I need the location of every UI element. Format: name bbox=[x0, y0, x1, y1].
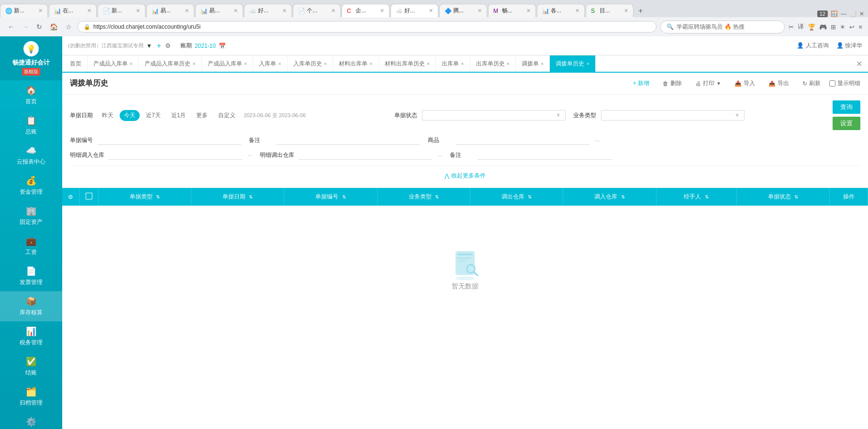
tab-close-8[interactable]: ✕ bbox=[377, 8, 384, 14]
tab-inbound[interactable]: 入库单 × bbox=[253, 55, 287, 72]
tab-close-11[interactable]: ✕ bbox=[523, 8, 531, 14]
undo-icon[interactable]: ↩ bbox=[849, 23, 855, 31]
tab-close-6[interactable]: ✕ bbox=[279, 8, 287, 14]
company-selector[interactable]: (勿删勿禁用）江西服宝测试专用 ▼ bbox=[68, 42, 152, 49]
date-7days-btn[interactable]: 近7天 bbox=[142, 110, 165, 121]
tab-close-12[interactable]: ✕ bbox=[572, 8, 579, 14]
date-1month-btn[interactable]: 近1月 bbox=[167, 110, 190, 121]
tab-product-in[interactable]: 产成品入库单 × bbox=[88, 55, 139, 72]
header-checkbox[interactable] bbox=[86, 193, 92, 199]
tab-transfer-close[interactable]: × bbox=[541, 61, 544, 66]
gear-col-icon[interactable]: ⚙ bbox=[68, 194, 73, 200]
tab-product-in2-close[interactable]: × bbox=[244, 61, 247, 66]
import-button[interactable]: 📥 导入 bbox=[730, 77, 760, 89]
sidebar-item-invoice[interactable]: 📄 发票管理 bbox=[0, 261, 62, 291]
sort-out-warehouse-icon[interactable]: ⇅ bbox=[528, 194, 532, 199]
date-today-btn[interactable]: 今天 bbox=[120, 110, 140, 121]
th-out-warehouse[interactable]: 调出仓库 ⇅ bbox=[470, 188, 563, 206]
home-button[interactable]: 🏠 bbox=[48, 22, 60, 32]
tab-outbound-history-close[interactable]: × bbox=[507, 61, 510, 66]
sidebar-item-ledger[interactable]: 📋 总账 bbox=[0, 110, 62, 141]
remark-filter-input[interactable] bbox=[277, 136, 420, 145]
docnum-filter-input[interactable] bbox=[98, 136, 241, 145]
minimize-icon[interactable]: — bbox=[841, 11, 846, 17]
new-button[interactable]: + 新增 bbox=[628, 77, 654, 89]
tab-close-7[interactable]: ✕ bbox=[328, 8, 335, 14]
tab-close-13[interactable]: ✕ bbox=[621, 8, 628, 14]
tab-transfer-history-close[interactable]: × bbox=[586, 61, 589, 66]
tab-product-in-history[interactable]: 产成品入库单历史 × bbox=[139, 55, 201, 72]
remark2-filter-input[interactable] bbox=[478, 151, 612, 160]
bookmark-button[interactable]: ☆ bbox=[64, 22, 74, 32]
tab-home[interactable]: 首页 bbox=[64, 55, 88, 72]
sun-icon[interactable]: ☀ bbox=[840, 23, 846, 31]
date-yesterday-btn[interactable]: 昨天 bbox=[98, 110, 118, 121]
setting-button[interactable]: 设置 bbox=[833, 117, 860, 130]
detail-in-more-icon[interactable]: ··· bbox=[248, 153, 252, 158]
query-button[interactable]: 查询 bbox=[833, 100, 860, 114]
consultant-button[interactable]: 👤 人工咨询 bbox=[797, 42, 828, 50]
sidebar-item-payroll[interactable]: 💼 工资 bbox=[0, 231, 62, 261]
tab-close-9[interactable]: ✕ bbox=[426, 8, 433, 14]
tab-close-3[interactable]: ✕ bbox=[133, 8, 140, 14]
show-cols-toggle[interactable]: 显示明细 bbox=[829, 79, 860, 88]
tab-outbound[interactable]: 出库单 × bbox=[436, 55, 470, 72]
detail-out-more-icon[interactable]: ··· bbox=[438, 153, 442, 158]
sort-doc-date-icon[interactable]: ⇅ bbox=[249, 194, 253, 199]
browser-tab-5[interactable]: 📊 易... ✕ bbox=[195, 4, 243, 17]
user-avatar[interactable]: 👤 徐泽华 bbox=[836, 42, 862, 50]
delete-button[interactable]: 🗑 删除 bbox=[658, 77, 687, 89]
sort-handler-icon[interactable]: ⇅ bbox=[705, 194, 709, 199]
extensions-icon[interactable]: ✂ bbox=[789, 23, 794, 31]
refresh-button-main[interactable]: ↻ 刷新 bbox=[798, 77, 825, 89]
sidebar-item-inventory[interactable]: 📦 库存核算 bbox=[0, 291, 62, 321]
tab-product-in2[interactable]: 产成品入库单 × bbox=[202, 55, 253, 72]
tab-close-10[interactable]: ✕ bbox=[475, 8, 482, 14]
th-checkbox[interactable] bbox=[79, 188, 98, 206]
browser-tab-9[interactable]: ☁️ 好... ✕ bbox=[390, 4, 438, 17]
back-button[interactable]: ← bbox=[6, 22, 16, 32]
browser-tab-13[interactable]: S 目... ✕ bbox=[586, 4, 634, 17]
print-button[interactable]: 🖨 打印 ▼ bbox=[690, 77, 726, 89]
tab-material-out-history[interactable]: 材料出库单历史 × bbox=[379, 55, 436, 72]
new-tab-button[interactable]: + bbox=[634, 5, 646, 17]
tab-product-in-history-close[interactable]: × bbox=[192, 61, 195, 66]
tab-inbound-close[interactable]: × bbox=[278, 61, 281, 66]
browser-tab-11[interactable]: M 畅... ✕ bbox=[488, 4, 536, 17]
date-more-btn[interactable]: 更多 bbox=[192, 110, 212, 121]
menu-icon[interactable]: ≡ bbox=[858, 23, 862, 31]
goods-more-icon[interactable]: ··· bbox=[595, 138, 600, 143]
collapse-button[interactable]: ⋀ 收起更多条件 bbox=[437, 170, 493, 182]
browser-tab-10[interactable]: 🔷 腾... ✕ bbox=[439, 4, 487, 17]
forward-button[interactable]: → bbox=[20, 22, 31, 32]
tab-inbound-history-close[interactable]: × bbox=[324, 61, 327, 66]
browser-tab-8[interactable]: C 企... ✕ bbox=[342, 4, 389, 17]
refresh-button[interactable]: ↻ bbox=[34, 22, 44, 32]
print-dropdown-icon[interactable]: ▼ bbox=[716, 81, 721, 86]
sidebar-item-tax[interactable]: 📊 税务管理 bbox=[0, 321, 62, 352]
browser-tab-2[interactable]: 📊 在... ✕ bbox=[49, 4, 97, 17]
export-button[interactable]: 📤 导出 bbox=[764, 77, 794, 89]
th-handler[interactable]: 经手人 ⇅ bbox=[656, 188, 736, 206]
sidebar-item-assets[interactable]: 🏢 固定资产 bbox=[0, 201, 62, 231]
tab-outbound-history[interactable]: 出库单历史 × bbox=[470, 55, 516, 72]
add-account-button[interactable]: + bbox=[157, 42, 161, 50]
show-cols-checkbox[interactable] bbox=[829, 80, 835, 87]
detail-out-filter-input[interactable] bbox=[298, 151, 432, 160]
sidebar-item-closing[interactable]: ✅ 结账 bbox=[0, 352, 62, 382]
browser-tab-3[interactable]: 📄 新... ✕ bbox=[98, 4, 145, 17]
grid-icon[interactable]: ⊞ bbox=[831, 23, 836, 31]
th-biz-type[interactable]: 业务类型 ⇅ bbox=[377, 188, 470, 206]
date-custom-btn[interactable]: 自定义 bbox=[214, 110, 240, 121]
sort-in-warehouse-icon[interactable]: ⇅ bbox=[621, 194, 625, 199]
tab-material-out-history-close[interactable]: × bbox=[427, 61, 430, 66]
th-in-warehouse[interactable]: 调入仓库 ⇅ bbox=[563, 188, 656, 206]
tab-outbound-close[interactable]: × bbox=[461, 61, 464, 66]
window-icon[interactable]: 🪟 bbox=[831, 11, 838, 17]
sort-biz-type-icon[interactable]: ⇅ bbox=[435, 194, 439, 199]
gear-settings-icon[interactable]: ⚙ bbox=[165, 42, 171, 49]
browser-tab-1[interactable]: 🌐 新... ✕ bbox=[0, 4, 48, 17]
tab-transfer-history[interactable]: 调拨单历史 × bbox=[550, 55, 595, 72]
sidebar-item-cloud-reports[interactable]: ☁️ 云报表中心 bbox=[0, 141, 62, 171]
tab-material-out[interactable]: 材料出库单 × bbox=[333, 55, 378, 72]
